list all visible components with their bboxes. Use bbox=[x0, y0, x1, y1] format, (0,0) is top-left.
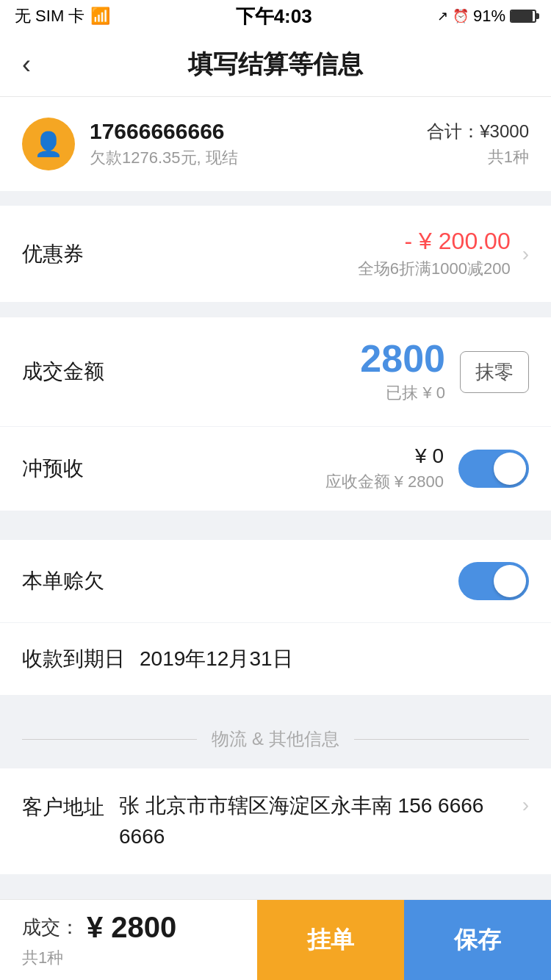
erase-button[interactable]: 抹零 bbox=[460, 351, 529, 393]
prepay-receivable: 应收金额 ¥ 2800 bbox=[325, 471, 444, 493]
customer-card: 👤 17666666666 欠款1276.35元, 现结 合计：¥3000 共1… bbox=[0, 97, 551, 191]
avatar-icon: 👤 bbox=[34, 130, 63, 158]
coupon-amount: - ¥ 200.00 bbox=[358, 228, 511, 255]
bottom-summary: 成交： ¥ 2800 共1种 bbox=[0, 911, 257, 969]
logistics-text: 物流 & 其他信息 bbox=[212, 727, 339, 751]
logistics-line-right bbox=[354, 739, 529, 740]
logistics-line-left bbox=[22, 739, 197, 740]
status-bar: 无 SIM 卡 📶 下午4:03 ↗ ⏰ 91% bbox=[0, 0, 551, 32]
back-button[interactable]: ‹ bbox=[15, 42, 38, 87]
address-label: 客户地址 bbox=[22, 793, 104, 821]
coupon-right: - ¥ 200.00 全场6折满1000减200 › bbox=[358, 228, 529, 280]
prepay-right: ¥ 0 应收金额 ¥ 2800 bbox=[325, 444, 529, 493]
nav-bar: ‹ 填写结算等信息 bbox=[0, 32, 551, 97]
bottom-deal-amount: ¥ 2800 bbox=[87, 911, 176, 944]
duedate-label: 收款到期日 bbox=[22, 645, 125, 673]
location-icon: ↗ bbox=[437, 8, 448, 24]
status-time: 下午4:03 bbox=[236, 4, 312, 29]
battery-icon bbox=[510, 10, 536, 23]
deal-label: 成交金额 bbox=[22, 358, 104, 386]
battery-percent: 91% bbox=[473, 7, 505, 26]
divider-2 bbox=[0, 303, 551, 317]
divider-1 bbox=[0, 191, 551, 206]
coupon-desc: 全场6折满1000减200 bbox=[358, 258, 511, 280]
bottom-deal: 成交： ¥ 2800 bbox=[22, 911, 235, 944]
coupon-label: 优惠券 bbox=[22, 240, 84, 268]
carrier-text: 无 SIM 卡 bbox=[15, 5, 84, 27]
customer-debt: 欠款1276.35元, 现结 bbox=[90, 147, 238, 169]
divider-4 bbox=[0, 695, 551, 710]
total-count: 共1种 bbox=[427, 146, 529, 168]
bottom-deal-label: 成交： bbox=[22, 915, 79, 940]
address-value: 张 北京市市辖区海淀区永丰南 156 6666 6666 bbox=[119, 790, 508, 852]
coupon-row[interactable]: 优惠券 - ¥ 200.00 全场6折满1000减200 › bbox=[0, 206, 551, 303]
writeoff-label: 本单赊欠 bbox=[22, 567, 104, 595]
address-row[interactable]: 客户地址 张 北京市市辖区海淀区永丰南 156 6666 6666 › bbox=[0, 768, 551, 874]
customer-right: 合计：¥3000 共1种 bbox=[427, 120, 529, 168]
writeoff-section: 本单赊欠 收款到期日 2019年12月31日 bbox=[0, 540, 551, 695]
customer-left: 👤 17666666666 欠款1276.35元, 现结 bbox=[22, 118, 238, 170]
logistics-divider: 物流 & 其他信息 bbox=[0, 710, 551, 768]
save-button[interactable]: 保存 bbox=[404, 900, 551, 981]
status-left: 无 SIM 卡 📶 bbox=[15, 5, 110, 27]
writeoff-toggle[interactable] bbox=[458, 562, 529, 600]
prepay-label: 冲预收 bbox=[22, 455, 84, 483]
hold-button[interactable]: 挂单 bbox=[257, 900, 404, 981]
avatar: 👤 bbox=[22, 118, 75, 170]
deal-erased: 已抹 ¥ 0 bbox=[360, 382, 445, 404]
duedate-row: 收款到期日 2019年12月31日 bbox=[0, 622, 551, 695]
writeoff-toggle-knob bbox=[494, 565, 526, 597]
deal-right: 2800 已抹 ¥ 0 抹零 bbox=[360, 339, 529, 404]
duedate-value: 2019年12月31日 bbox=[140, 645, 293, 673]
customer-info: 17666666666 欠款1276.35元, 现结 bbox=[90, 119, 238, 169]
status-right: ↗ ⏰ 91% bbox=[437, 7, 536, 26]
divider-3 bbox=[0, 511, 551, 525]
prepay-values: ¥ 0 应收金额 ¥ 2800 bbox=[325, 444, 444, 493]
alarm-icon: ⏰ bbox=[453, 8, 469, 24]
total-label: 合计：¥3000 bbox=[427, 120, 529, 143]
prepay-row: 冲预收 ¥ 0 应收金额 ¥ 2800 bbox=[0, 426, 551, 511]
page-title: 填写结算等信息 bbox=[188, 48, 363, 82]
deal-amount: 2800 bbox=[360, 339, 445, 378]
deal-amount-block: 2800 已抹 ¥ 0 bbox=[360, 339, 445, 404]
customer-phone: 17666666666 bbox=[90, 119, 238, 144]
main-content: 👤 17666666666 欠款1276.35元, 现结 合计：¥3000 共1… bbox=[0, 97, 551, 980]
bottom-bar: 成交： ¥ 2800 共1种 挂单 保存 bbox=[0, 899, 551, 980]
deal-row: 成交金额 2800 已抹 ¥ 0 抹零 bbox=[0, 317, 551, 426]
prepay-toggle[interactable] bbox=[458, 450, 529, 488]
coupon-chevron-icon: › bbox=[522, 242, 529, 266]
bottom-count: 共1种 bbox=[22, 947, 235, 969]
address-chevron-icon: › bbox=[522, 793, 529, 817]
prepay-amount: ¥ 0 bbox=[325, 444, 444, 468]
wifi-icon: 📶 bbox=[90, 7, 110, 26]
deal-section: 成交金额 2800 已抹 ¥ 0 抹零 冲预收 ¥ 0 应收金额 ¥ 2800 bbox=[0, 317, 551, 511]
writeoff-row: 本单赊欠 bbox=[0, 540, 551, 622]
toggle-knob bbox=[494, 453, 526, 485]
